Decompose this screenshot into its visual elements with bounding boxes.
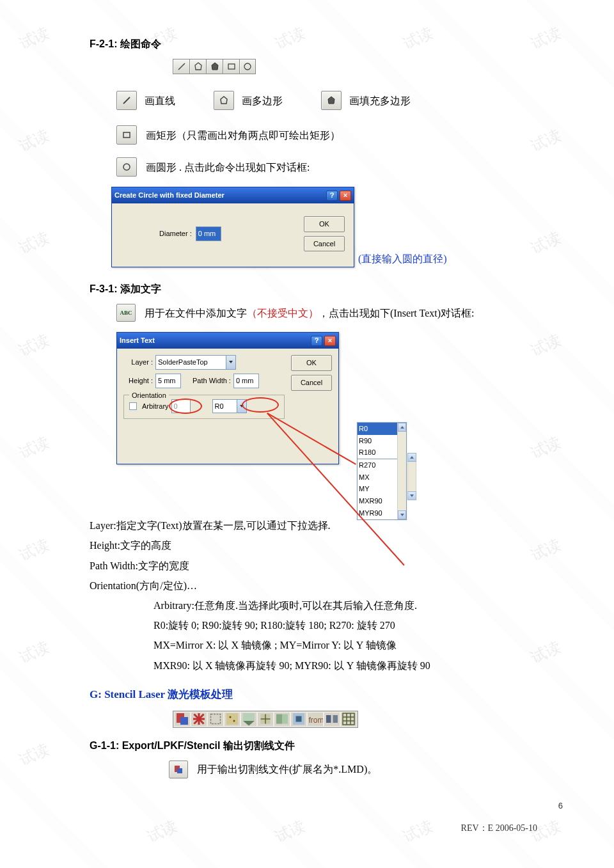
orientation-legend: Orientation [129,390,169,402]
asterisk-icon[interactable] [191,712,207,727]
svg-marker-2 [212,63,218,70]
orientation-combobox-annotation-circle [242,397,279,413]
cancel-button[interactable]: Cancel [304,236,345,252]
export-icon[interactable] [174,712,191,727]
heading-f31: F-3-1: 添加文字 [90,280,563,297]
stencil-toolbar: from [173,711,358,728]
tool-rect-row: 画矩形（只需画出对角两点即可绘出矩形） [116,125,563,145]
svg-point-24 [230,716,232,718]
filled-polygon-icon [321,91,342,110]
orientation-dropdown-list[interactable]: R0 R90 R180 R270 MX MY MXR90 MYR90 [357,422,407,520]
exp-mxr: MXR90: 以 X 轴镜像再旋转 90; MYR90: 以 Y 轴镜像再旋转 … [90,657,563,674]
tool-icon-11[interactable] [340,712,357,727]
exp-layer: Layer:指定文字(Text)放置在某一层,可以通过下拉选择. [90,517,563,534]
svg-point-4 [244,63,251,70]
close-icon[interactable]: × [340,191,351,201]
footer-rev: REV：E 2006-05-10 [461,821,537,836]
svg-point-25 [233,720,235,722]
height-input[interactable]: 5 mm [155,374,181,388]
export-desc: 用于输出切割线文件(扩展名为*.LMD)。 [197,761,377,778]
dialog-create-circle-title: Create Circle with fixed Diameter [114,189,224,201]
svg-marker-10 [229,361,233,363]
line-icon [116,91,137,110]
circle-label: 画圆形 . 点击此命令出现如下对话框: [146,159,310,176]
tool-icon-4[interactable] [224,712,240,727]
export-desc-row: 用于输出切割线文件(扩展名为*.LMD)。 [169,761,563,778]
cancel-button[interactable]: Cancel [291,375,332,391]
tool-filled-polygon-row: 画填充多边形 [321,91,411,110]
svg-text:from: from [309,716,324,725]
svg-rect-31 [276,714,282,724]
svg-rect-3 [228,64,235,69]
rect-tool-icon[interactable] [223,59,239,74]
svg-rect-37 [333,715,338,723]
scrollbar[interactable] [397,423,406,519]
filled-polygon-tool-icon[interactable] [206,59,223,74]
tool-icon-8[interactable] [290,712,307,727]
add-text-line: 用于在文件中添加文字（不接受中文），点击出现如下(Insert Text)对话框… [145,304,474,322]
tool-icon-5[interactable] [240,712,257,727]
svg-rect-34 [296,716,302,722]
tool-circle-row: 画圆形 . 点击此命令出现如下对话框: [116,157,563,177]
help-icon[interactable]: ? [326,191,338,201]
ok-button[interactable]: OK [304,216,345,232]
abc-tool-row: ABC 用于在文件中添加文字（不接受中文），点击出现如下(Insert Text… [116,304,563,322]
svg-rect-32 [282,714,288,724]
draw-toolbar [173,59,563,74]
explanations-block: Layer:指定文字(Text)放置在某一层,可以通过下拉选择. Height:… [90,517,563,674]
svg-rect-38 [343,713,354,725]
heading-g: G: Stencil Laser 激光模板处理 [90,686,563,704]
tool-icon-7[interactable] [274,712,290,727]
polygon-tool-icon[interactable] [189,59,206,74]
svg-rect-8 [123,132,130,138]
exp-mxmy: MX=Mirror X: 以 X 轴镜像 ; MY=Mirror Y: 以 Y … [90,636,563,654]
arbitrary-checkbox[interactable] [129,402,137,410]
dialog-insert-text: Insert Text ? × Layer : SolderPasteTop [116,332,339,464]
svg-rect-17 [180,717,188,725]
scroll-up-icon[interactable] [398,423,406,432]
scroll-up-icon[interactable] [407,453,416,462]
svg-rect-36 [326,715,331,723]
arbitrary-label: Arbitrary [142,400,169,413]
heading-f21: F-2-1: 绘图命令 [90,35,563,52]
diameter-input[interactable]: 0 mm [196,226,221,241]
pathwidth-label: Path Width : [193,375,231,387]
tool-icon-6[interactable] [257,712,274,727]
svg-point-9 [123,164,130,170]
tool-line-row: 画直线 [116,91,175,110]
diameter-label: Diameter : [159,228,192,240]
exp-pathwidth: Path Width:文字的宽度 [90,557,563,574]
rect-label: 画矩形（只需画出对角两点即可绘出矩形） [146,127,340,144]
circle-tool-icon[interactable] [239,59,256,74]
scroll-down-icon[interactable] [407,491,416,500]
svg-marker-12 [400,426,404,429]
svg-rect-26 [243,713,255,721]
line-label: 画直线 [145,92,175,109]
svg-marker-14 [410,456,414,459]
svg-marker-1 [195,63,201,70]
line-tool-icon[interactable] [173,59,189,74]
help-icon[interactable]: ? [311,336,322,346]
svg-marker-6 [221,97,227,104]
circle-icon [116,157,137,177]
dialog-create-circle-titlebar[interactable]: Create Circle with fixed Diameter ? × [112,187,354,203]
exp-height: Height:文字的高度 [90,537,563,554]
pathwidth-input[interactable]: 0 mm [233,374,259,388]
height-label: Height : [123,375,153,387]
filled-polygon-label: 画填充多边形 [349,92,411,109]
close-icon[interactable]: × [324,336,336,346]
ok-button[interactable]: OK [291,355,332,371]
dashed-rect-icon[interactable] [207,712,224,727]
exp-arbitrary: Arbitrary:任意角度.当选择此项时,可以在其后输入任意角度. [90,597,563,614]
tool-icon-10[interactable] [324,712,340,727]
svg-marker-13 [400,514,404,516]
scrollbar-second[interactable] [407,453,416,500]
layer-combobox[interactable]: SolderPasteTop [155,355,236,370]
dialog-insert-text-titlebar[interactable]: Insert Text ? × [117,333,338,349]
chevron-down-icon[interactable] [226,355,236,370]
circle-diameter-note: (直接输入圆的直径) [358,250,447,267]
tool-icon-9[interactable]: from [307,712,324,727]
scroll-down-icon[interactable] [398,510,406,519]
rect-icon [116,125,137,145]
exp-r: R0:旋转 0; R90:旋转 90; R180:旋转 180; R270: 旋… [90,617,563,634]
